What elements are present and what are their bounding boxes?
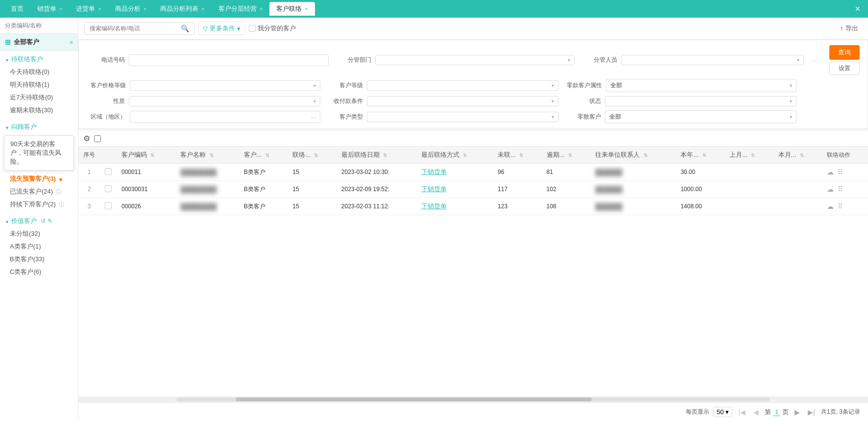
cell-last-way-2[interactable]: 下销货单 <box>416 198 493 215</box>
action-contact-2[interactable]: ☁ <box>827 202 834 210</box>
filter-dept-select[interactable]: ▾ <box>375 55 575 65</box>
next-page-button[interactable]: ▶ <box>793 408 802 416</box>
search-icon[interactable]: 🔍 <box>181 25 189 32</box>
action-more-2[interactable]: ⠿ <box>838 202 843 210</box>
tab-sales-close[interactable]: × <box>59 6 62 12</box>
tab-customer-layer-close[interactable]: × <box>260 6 263 12</box>
section-churn-title[interactable]: 闷顾客户 <box>0 121 78 133</box>
per-page-select[interactable]: 50 ▾ <box>713 407 732 417</box>
filter-region-dots[interactable]: ··· <box>311 113 316 121</box>
tab-customer-layer[interactable]: 客户分层经营 × <box>212 2 269 16</box>
tab-analysis-list[interactable]: 商品分析列表 × <box>153 2 211 16</box>
section-pending-title[interactable]: 待联络客户 <box>0 53 78 66</box>
col-last-date-sort[interactable]: ⇅ <box>383 152 387 158</box>
sidebar-item-class-b[interactable]: B类客户(33) <box>0 253 78 266</box>
col-customer-type-sort[interactable]: ⇅ <box>265 152 269 158</box>
first-page-button[interactable]: |◀ <box>736 408 747 416</box>
filter-person-select[interactable]: ▾ <box>621 55 804 65</box>
filter-button[interactable]: ▽ 更多条件 ▾ <box>198 22 245 35</box>
col-contact-person[interactable]: 往来单位联系人 ⇅ <box>590 147 675 164</box>
tab-purchase-close[interactable]: × <box>98 6 101 12</box>
action-more-0[interactable]: ⠿ <box>838 168 843 176</box>
sidebar-item-class-a[interactable]: A类客户(1) <box>0 240 78 253</box>
edit-icon[interactable]: ✎ <box>48 218 52 224</box>
tab-customer-contact[interactable]: 客户联络 × <box>269 2 314 16</box>
action-contact-0[interactable]: ☁ <box>827 168 834 176</box>
filter-payment-select[interactable]: ▾ <box>367 96 558 106</box>
cell-last-way-0[interactable]: 下销货单 <box>416 164 493 181</box>
query-button[interactable]: 查询 <box>829 45 860 60</box>
sidebar-item-unclassified[interactable]: 未分组(32) <box>0 227 78 240</box>
tab-analysis[interactable]: 商品分析 × <box>108 2 153 16</box>
search-input[interactable] <box>90 25 178 32</box>
last-page-button[interactable]: ▶| <box>806 408 817 416</box>
cell-checkbox-1[interactable] <box>100 181 117 198</box>
sidebar-item-churned[interactable]: 已流失客户(24) ⓘ <box>0 185 78 198</box>
filter-phone-input[interactable] <box>129 54 329 66</box>
refresh-icon[interactable]: ↺ <box>41 218 46 224</box>
sidebar-item-7days[interactable]: 近7天待联络(0) <box>0 91 78 104</box>
sidebar-item-churn-warning[interactable]: 流失预警客户(3) ● <box>0 173 78 185</box>
scrollbar-track[interactable] <box>176 397 770 401</box>
cell-checkbox-0[interactable] <box>100 164 117 181</box>
col-cur-month-sort[interactable]: ⇅ <box>800 152 804 158</box>
section-value-title[interactable]: 价值客户 ↺ ✎ <box>0 215 78 227</box>
scrollbar-thumb[interactable] <box>236 397 592 401</box>
prev-page-button[interactable]: ◀ <box>751 408 761 416</box>
my-customers-checkbox[interactable]: 我分管的客户 <box>249 24 296 33</box>
gear-icon[interactable]: ⚙ <box>83 134 90 143</box>
col-contact-count-sort[interactable]: ⇅ <box>314 152 318 158</box>
horizontal-scrollbar[interactable] <box>78 396 868 402</box>
app-close-button[interactable]: × <box>851 4 864 14</box>
filter-status-select[interactable]: ▾ <box>605 96 796 106</box>
collapse-icon[interactable]: « <box>70 39 73 46</box>
col-year-amount[interactable]: 本年... ⇅ <box>675 147 724 164</box>
col-contact-count[interactable]: 联络... ⇅ <box>288 147 337 164</box>
sidebar-item-class-c[interactable]: C类客户(6) <box>0 266 78 278</box>
sidebar-item-overdue[interactable]: 逾期未联络(30) <box>0 104 78 117</box>
col-last-way[interactable]: 最后联络方式 ⇅ <box>416 147 493 164</box>
col-customer-type[interactable]: 客户... ⇅ <box>239 147 288 164</box>
sidebar-item-declining[interactable]: 持续下滑客户(2) ⓘ <box>0 198 78 211</box>
col-year-amount-sort[interactable]: ⇅ <box>702 152 706 158</box>
col-overdue[interactable]: 逾期... ⇅ <box>542 147 591 164</box>
filter-person-dots[interactable]: ··· <box>808 56 821 64</box>
col-cur-month[interactable]: 本月... ⇅ <box>773 147 822 164</box>
tab-purchase[interactable]: 进货单 × <box>69 2 108 16</box>
setting-button[interactable]: 设置 <box>829 62 860 75</box>
col-name[interactable]: 客户名称 ⇅ <box>175 147 239 164</box>
col-code-sort[interactable]: ⇅ <box>150 152 154 158</box>
action-more-1[interactable]: ⠿ <box>838 185 843 193</box>
filter-nature-select[interactable]: ▾ <box>129 96 320 106</box>
col-unlisted-sort[interactable]: ⇅ <box>519 152 523 158</box>
my-customers-checkbox-box[interactable] <box>249 25 256 32</box>
tab-customer-contact-close[interactable]: × <box>305 6 308 12</box>
col-last-date[interactable]: 最后联络日期 ⇅ <box>337 147 416 164</box>
col-unlisted[interactable]: 未联... ⇅ <box>493 147 542 164</box>
col-contact-person-sort[interactable]: ⇅ <box>644 152 648 158</box>
tab-analysis-close[interactable]: × <box>144 6 146 12</box>
tab-analysis-list-close[interactable]: × <box>201 6 204 12</box>
cell-checkbox-2[interactable] <box>100 198 117 215</box>
col-prev-month[interactable]: 上月... ⇅ <box>724 147 773 164</box>
filter-zero-attr-select[interactable]: 全部 ▾ <box>606 79 796 92</box>
export-button[interactable]: ↑ 导出 <box>836 22 862 35</box>
select-all-checkbox[interactable] <box>94 135 101 142</box>
cell-last-way-1[interactable]: 下销货单 <box>416 181 493 198</box>
sidebar-item-tomorrow[interactable]: 明天待联络(1) <box>0 78 78 91</box>
action-contact-1[interactable]: ☁ <box>827 185 834 193</box>
tab-sales[interactable]: 销货单 × <box>30 2 69 16</box>
col-prev-month-sort[interactable]: ⇅ <box>751 152 755 158</box>
filter-customer-grade-select[interactable]: ▾ <box>367 80 558 91</box>
filter-retail-select[interactable]: 全部 ▾ <box>605 110 796 124</box>
filter-customer-type-select[interactable]: ▾ <box>367 112 558 122</box>
sidebar-search-input[interactable] <box>5 22 78 29</box>
col-overdue-sort[interactable]: ⇅ <box>568 152 572 158</box>
col-code[interactable]: 客户编码 ⇅ <box>117 147 175 164</box>
sidebar-item-today[interactable]: 今天待联络(0) <box>0 66 78 78</box>
col-name-sort[interactable]: ⇅ <box>210 152 214 158</box>
filter-price-grade-select[interactable]: ▾ <box>130 80 320 91</box>
sidebar-all-customers[interactable]: ⊞ 全部客户 « <box>0 34 78 51</box>
tab-home[interactable]: 首页 <box>4 2 30 16</box>
col-last-way-sort[interactable]: ⇅ <box>463 152 467 158</box>
